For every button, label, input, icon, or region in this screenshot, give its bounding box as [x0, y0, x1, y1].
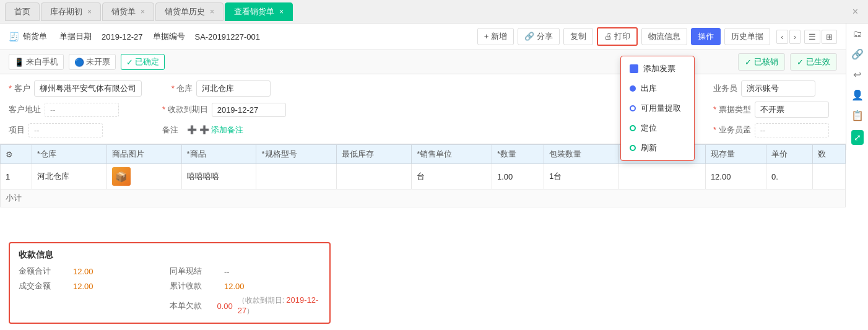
tab-view-sales-close[interactable]: ×	[279, 7, 284, 16]
project-value[interactable]: --	[28, 123, 103, 137]
total-amount-value: 12.00	[73, 267, 93, 276]
row-pack-qty: 1台	[544, 164, 619, 189]
effective-button[interactable]: ✓ 已生效	[790, 53, 837, 71]
remark-add[interactable]: ➕ ➕ 添加备注	[182, 123, 256, 137]
row-product-img: 📦	[106, 164, 181, 189]
customer-value[interactable]: 柳州粤港平安气体有限公司	[34, 80, 142, 97]
dropdown-outbound[interactable]: 出库	[621, 79, 694, 98]
form-row-3: 项目 -- 备注 ➕ ➕ 添加备注 业务员孟 --	[9, 123, 837, 137]
col-qty[interactable]: *数量	[492, 145, 544, 164]
window-close-button[interactable]: ×	[848, 6, 863, 17]
subtotal-row: 小计	[1, 189, 846, 207]
dropdown-available-qty[interactable]: 可用量提取	[621, 98, 694, 118]
address-value[interactable]: --	[45, 103, 119, 117]
transaction-value: 12.00	[73, 282, 93, 291]
transaction-item: 成交金额 12.00	[19, 280, 170, 292]
sidebar-icon-undo[interactable]: ↩	[853, 69, 861, 80]
row-available	[619, 164, 706, 189]
date-label: 单据日期	[59, 31, 92, 42]
action-row: 📱 来自手机 🔵 未开票 ✓ 已确定 ✓ 已核销 ✓ 已生效	[0, 50, 846, 74]
locate-dot	[630, 125, 636, 131]
balance-item: 本单欠款 0.00 （收款到期日: 2019-12-27）	[170, 295, 321, 316]
address-field: 客户地址 --	[9, 103, 132, 117]
doc-actions: + 新增 🔗 分享 复制 🖨 打印 物流信息 操作 历史单据 ‹ › ☰ ⊞	[477, 27, 837, 46]
col-current[interactable]: 现存量	[705, 145, 766, 164]
col-product[interactable]: *商品	[181, 145, 256, 164]
sidebar-icon-clipboard[interactable]: 📋	[851, 110, 864, 121]
tab-sales-history[interactable]: 销货单历史 ×	[155, 2, 224, 21]
col-pack-qty[interactable]: 包装数量	[544, 145, 619, 164]
col-extra[interactable]: 数	[813, 145, 846, 164]
sidebar-icon-user[interactable]: 👤	[851, 89, 864, 101]
invoice-icon	[630, 64, 638, 73]
prev-button[interactable]: ‹	[776, 30, 788, 44]
canceled-button[interactable]: ✓ 已核销	[738, 53, 785, 71]
dropdown-refresh[interactable]: 刷新	[621, 138, 694, 158]
subtotal-label: 小计	[1, 189, 846, 207]
confirmed-button[interactable]: ✓ 已确定	[121, 54, 165, 70]
ticket-icon: 🔵	[74, 58, 84, 67]
row-qty: 1.00	[492, 164, 544, 189]
copy-button[interactable]: 复制	[563, 28, 593, 45]
row-extra	[813, 164, 846, 189]
grid-view-button[interactable]: ⊞	[822, 30, 837, 44]
from-phone-button[interactable]: 📱 来自手机	[9, 54, 64, 70]
sidebar-icon-link[interactable]: 🔗	[851, 48, 864, 60]
col-price[interactable]: 单价	[766, 145, 813, 164]
tab-home[interactable]: 首页	[5, 2, 40, 21]
balance-hint: （收款到期日: 2019-12-27）	[238, 295, 321, 316]
row-warehouse: 河北仓库	[32, 164, 106, 189]
share-button[interactable]: 🔗 分享	[518, 28, 560, 45]
add-button[interactable]: + 新增	[477, 28, 514, 45]
employee-value[interactable]: 演示账号	[741, 80, 815, 97]
col-min-stock[interactable]: 最低库存	[337, 145, 412, 164]
same-bill-value: --	[224, 267, 230, 276]
col-product-img: 商品图片	[106, 145, 181, 164]
ticket-type-value[interactable]: 不开票	[755, 102, 829, 118]
nav-arrows: ‹ ›	[776, 30, 801, 44]
outbound-dot	[630, 85, 636, 92]
available-dot	[630, 105, 636, 111]
check-icon: ✓	[126, 58, 133, 67]
due-date-label: 收款到期日	[162, 104, 208, 115]
col-unit[interactable]: *销售单位	[412, 145, 492, 164]
tab-sales-close[interactable]: ×	[141, 7, 145, 16]
next-button[interactable]: ›	[789, 30, 801, 44]
col-warehouse[interactable]: *仓库	[32, 145, 106, 164]
doc-type-label: 销货单	[23, 31, 47, 42]
product-image: 📦	[112, 167, 131, 186]
balance-value: 0.00	[217, 302, 232, 311]
logistics-button[interactable]: 物流信息	[641, 28, 687, 45]
tab-view-sales[interactable]: 查看销货单 ×	[225, 2, 293, 21]
dropdown-add-invoice[interactable]: 添加发票	[621, 59, 694, 79]
remark-label: 备注	[162, 124, 178, 136]
tab-sales[interactable]: 销货单 ×	[102, 2, 154, 21]
tab-sales-history-close[interactable]: ×	[210, 7, 214, 16]
sidebar-icon-expand[interactable]: ⤢	[851, 130, 864, 145]
remark-field: 备注 ➕ ➕ 添加备注	[162, 123, 286, 137]
document-header: 🧾 销货单 单据日期 2019-12-27 单据编号 SA-20191227-0…	[0, 24, 846, 50]
payment-info-box: 收款信息 金额合计 12.00 同单现结 -- 成交金额 12.00 累计收款 …	[9, 242, 331, 324]
warehouse-value[interactable]: 河北仓库	[196, 80, 271, 97]
not-open-ticket-button[interactable]: 🔵 未开票	[69, 54, 116, 70]
col-gear[interactable]: ⚙	[1, 145, 32, 164]
sidebar-icon-doc[interactable]: 🗂	[853, 28, 862, 40]
history-button[interactable]: 历史单据	[724, 28, 770, 45]
due-date-value[interactable]: 2019-12-27	[212, 103, 286, 117]
dropdown-locate[interactable]: 定位	[621, 118, 694, 138]
no-value: SA-20191227-001	[195, 32, 261, 41]
list-view-button[interactable]: ☰	[804, 30, 820, 44]
salesperson-value[interactable]: --	[755, 123, 829, 137]
col-spec[interactable]: *规格型号	[256, 145, 337, 164]
customer-field: 客户 柳州粤港平安气体有限公司	[9, 80, 142, 97]
row-unit: 台	[412, 164, 492, 189]
form-row-1: 客户 柳州粤港平安气体有限公司 仓库 河北仓库 业务员 演示账号	[9, 80, 837, 97]
same-bill-item: 同单现结 --	[170, 266, 321, 277]
tab-inventory-close[interactable]: ×	[87, 7, 92, 16]
tab-bar: 首页 库存期初 × 销货单 × 销货单历史 × 查看销货单 × ×	[0, 0, 868, 24]
row-spec	[256, 164, 337, 189]
tab-inventory[interactable]: 库存期初 ×	[41, 2, 101, 21]
print-button[interactable]: 🖨 打印	[597, 27, 638, 46]
ticket-type-field: 票据类型 不开票	[713, 102, 837, 118]
operations-button[interactable]: 操作	[691, 28, 721, 45]
